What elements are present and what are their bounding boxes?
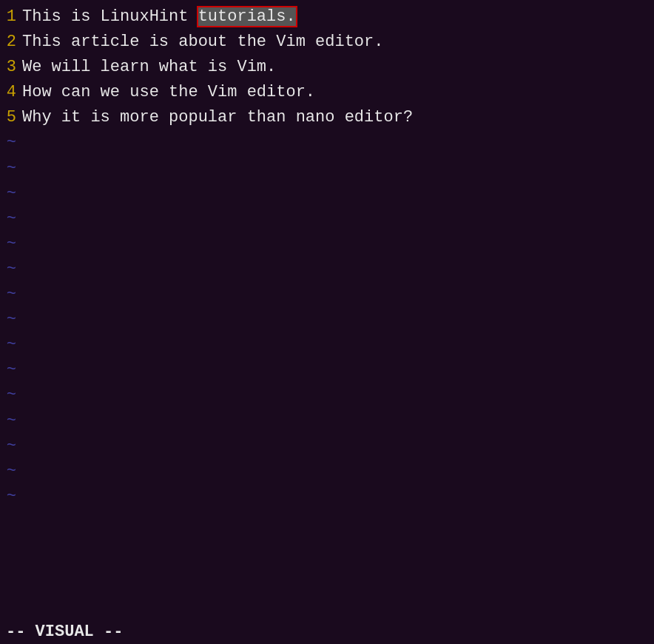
tilde-line-7: ~ bbox=[0, 282, 654, 307]
tilde-line-5: ~ bbox=[0, 232, 654, 257]
tilde-line-1: ~ bbox=[0, 130, 654, 155]
vim-mode-indicator: -- VISUAL -- bbox=[6, 623, 123, 641]
tilde-line-2: ~ bbox=[0, 156, 654, 181]
editor-line-2: 2 This article is about the Vim editor. bbox=[0, 30, 654, 55]
tilde-line-12: ~ bbox=[0, 409, 654, 434]
editor-line-4: 4 How can we use the Vim editor. bbox=[0, 80, 654, 105]
tilde-line-3: ~ bbox=[0, 181, 654, 207]
tilde-line-14: ~ bbox=[0, 459, 654, 484]
editor-line-3: 3 We will learn what is Vim. bbox=[0, 55, 654, 80]
tilde-line-15: ~ bbox=[0, 484, 654, 509]
line-content-5: Why it is more popular than nano editor? bbox=[22, 105, 413, 130]
tilde-line-4: ~ bbox=[0, 207, 654, 232]
editor-line-1: 1 This is LinuxHint tutorials. bbox=[0, 4, 654, 30]
line-number-3: 3 bbox=[0, 55, 22, 80]
vim-editor[interactable]: 1 This is LinuxHint tutorials. 2 This ar… bbox=[0, 0, 654, 644]
vim-status-line: -- VISUAL -- bbox=[0, 620, 654, 644]
line-number-5: 5 bbox=[0, 105, 22, 130]
editor-line-5: 5 Why it is more popular than nano edito… bbox=[0, 105, 654, 130]
highlight-tutorials: tutorials. bbox=[198, 7, 296, 26]
tilde-line-10: ~ bbox=[0, 358, 654, 383]
line-content-3: We will learn what is Vim. bbox=[22, 55, 276, 80]
tilde-line-13: ~ bbox=[0, 434, 654, 459]
tilde-line-11: ~ bbox=[0, 383, 654, 408]
line-number-2: 2 bbox=[0, 30, 22, 55]
line-content-2: This article is about the Vim editor. bbox=[22, 30, 383, 55]
line-content-1: This is LinuxHint tutorials. bbox=[22, 4, 296, 30]
editor-content: 1 This is LinuxHint tutorials. 2 This ar… bbox=[0, 0, 654, 620]
line-number-4: 4 bbox=[0, 80, 22, 105]
line-number-1: 1 bbox=[0, 4, 22, 30]
tilde-line-6: ~ bbox=[0, 257, 654, 282]
tilde-line-8: ~ bbox=[0, 307, 654, 332]
line-content-4: How can we use the Vim editor. bbox=[22, 80, 315, 105]
tilde-line-9: ~ bbox=[0, 332, 654, 358]
